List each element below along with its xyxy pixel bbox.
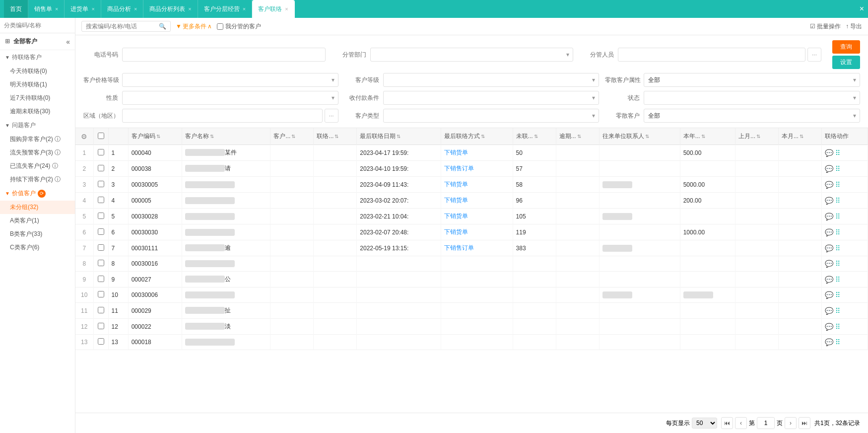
more-action-icon[interactable]: ⠿ bbox=[835, 181, 840, 189]
table-col-last-way[interactable]: 最后联络方式⇅ bbox=[441, 128, 513, 145]
last-contact-way-link[interactable]: 下销售订单 bbox=[444, 244, 474, 251]
contact-icon-btn[interactable]: 💬 bbox=[825, 228, 833, 236]
more-action-icon[interactable]: ⠿ bbox=[835, 323, 840, 331]
prev-page-btn[interactable]: ‹ bbox=[735, 417, 747, 429]
tab-purchase-close[interactable]: × bbox=[91, 6, 94, 12]
sidebar-item-today[interactable]: 今天待联络(0) bbox=[0, 65, 75, 78]
contact-icon-btn[interactable]: 💬 bbox=[825, 291, 833, 299]
row-checkbox[interactable] bbox=[98, 338, 104, 345]
tab-customer-contact-close[interactable]: × bbox=[285, 6, 288, 12]
row-checkbox[interactable] bbox=[98, 276, 104, 282]
table-col-no-contact[interactable]: 未联...⇅ bbox=[513, 128, 556, 145]
table-col-this-year[interactable]: 本年...⇅ bbox=[680, 128, 735, 145]
filter-nature-select[interactable] bbox=[122, 91, 338, 105]
tab-purchase[interactable]: 进货单 × bbox=[65, 0, 101, 18]
export-btn[interactable]: ↑ 导出 bbox=[846, 22, 862, 31]
table-col-code[interactable]: 客户编码⇅ bbox=[128, 128, 182, 145]
sidebar-item-overdue[interactable]: 逾期未联络(30) bbox=[0, 105, 75, 118]
sidebar-item-declining[interactable]: 持续下滑客户(2) ⓘ bbox=[0, 173, 75, 186]
filter-price-level-select[interactable] bbox=[122, 73, 338, 87]
contact-icon-btn[interactable]: 💬 bbox=[825, 244, 833, 252]
contact-icon-btn[interactable]: 💬 bbox=[825, 165, 833, 173]
sidebar-item-tomorrow[interactable]: 明天待联络(1) bbox=[0, 78, 75, 91]
filter-cust-level-select[interactable] bbox=[383, 73, 600, 87]
row-checkbox[interactable] bbox=[98, 291, 104, 297]
contact-icon-btn[interactable]: 💬 bbox=[825, 323, 833, 331]
sidebar-group-pending[interactable]: ▼ 待联络客户 bbox=[0, 50, 75, 65]
tab-product-analysis-close[interactable]: × bbox=[134, 6, 137, 12]
more-action-icon[interactable]: ⠿ bbox=[835, 165, 840, 173]
row-checkbox[interactable] bbox=[98, 181, 104, 187]
table-col-this-month[interactable]: 本月...⇅ bbox=[778, 128, 821, 145]
contact-icon-btn[interactable]: 💬 bbox=[825, 149, 833, 157]
contact-icon-btn[interactable]: 💬 bbox=[825, 197, 833, 205]
my-customers-checkbox[interactable]: 我分管的客户 bbox=[217, 22, 261, 31]
contact-icon-btn[interactable]: 💬 bbox=[825, 213, 833, 220]
sidebar-search-input[interactable] bbox=[4, 22, 75, 29]
row-checkbox[interactable] bbox=[98, 165, 104, 171]
table-col-contact-person[interactable]: 联络...⇅ bbox=[314, 128, 357, 145]
sidebar-item-hoarding[interactable]: 囤购异常客户(2) ⓘ bbox=[0, 133, 75, 146]
next-page-btn[interactable]: › bbox=[785, 417, 797, 429]
filter-phone-input[interactable] bbox=[122, 48, 326, 62]
filter-search-icon[interactable]: 🔍 bbox=[159, 23, 166, 30]
row-checkbox[interactable] bbox=[98, 149, 104, 155]
batch-op-btn[interactable]: ☑ 批量操作 bbox=[810, 22, 841, 31]
page-size-select[interactable]: 50 100 200 bbox=[692, 418, 717, 429]
sidebar-item-ungroup[interactable]: 未分组(32) bbox=[0, 201, 75, 214]
row-checkbox[interactable] bbox=[98, 260, 104, 266]
tab-sales[interactable]: 销售单 × bbox=[28, 0, 65, 18]
last-page-btn[interactable]: ⏭ bbox=[799, 417, 810, 429]
row-checkbox[interactable] bbox=[98, 197, 104, 203]
filter-search-input[interactable] bbox=[86, 23, 157, 30]
table-col-name[interactable]: 客户名称⇅ bbox=[182, 128, 270, 145]
tab-product-list-close[interactable]: × bbox=[188, 6, 191, 12]
more-conditions-btn[interactable]: ▼ 更多条件 ∧ bbox=[176, 22, 212, 31]
last-contact-way-link[interactable]: 下销货单 bbox=[444, 181, 468, 188]
tab-product-list[interactable]: 商品分析列表 × bbox=[143, 0, 198, 18]
more-action-icon[interactable]: ⠿ bbox=[835, 338, 840, 346]
more-action-icon[interactable]: ⠿ bbox=[835, 276, 840, 284]
row-checkbox[interactable] bbox=[98, 213, 104, 219]
sidebar-collapse-icon[interactable]: « bbox=[66, 38, 70, 46]
last-contact-way-link[interactable]: 下销售订单 bbox=[444, 165, 474, 172]
my-customers-check[interactable] bbox=[217, 23, 223, 30]
more-action-icon[interactable]: ⠿ bbox=[835, 307, 840, 315]
last-contact-way-link[interactable]: 下销货单 bbox=[444, 149, 468, 156]
sidebar-group-problem[interactable]: ▼ 问题客户 bbox=[0, 118, 75, 133]
sidebar-item-class-b[interactable]: B类客户(33) bbox=[0, 227, 75, 241]
contact-icon-btn[interactable]: 💬 bbox=[825, 260, 833, 268]
sidebar-item-class-a[interactable]: A类客户(1) bbox=[0, 214, 75, 227]
more-action-icon[interactable]: ⠿ bbox=[835, 197, 840, 205]
sidebar-group-value[interactable]: ▼ 价值客户 ⟳ bbox=[0, 186, 75, 201]
table-col-last-month[interactable]: 上月...⇅ bbox=[735, 128, 779, 145]
tab-home[interactable]: 首页 bbox=[4, 0, 28, 18]
close-all-tabs[interactable]: × bbox=[860, 4, 864, 13]
sidebar-item-churn-warning[interactable]: 流失预警客户(3) ⓘ bbox=[0, 146, 75, 159]
manager-dots-btn[interactable]: ··· bbox=[807, 48, 821, 62]
table-col-unit-contact[interactable]: 往来单位联系人⇅ bbox=[599, 128, 680, 145]
contact-icon-btn[interactable]: 💬 bbox=[825, 307, 833, 315]
more-action-icon[interactable]: ⠿ bbox=[835, 291, 840, 299]
tab-customer-contact[interactable]: 客户联络 × bbox=[252, 0, 294, 18]
sidebar-all-customers[interactable]: ⊞ 全部客户 « bbox=[0, 33, 75, 50]
sidebar-item-churned[interactable]: 已流失客户(24) ⓘ bbox=[0, 159, 75, 173]
first-page-btn[interactable]: ⏮ bbox=[721, 417, 733, 429]
tab-customer-segment[interactable]: 客户分层经营 × bbox=[198, 0, 252, 18]
filter-manager-input[interactable] bbox=[618, 48, 805, 62]
filter-dept-select[interactable] bbox=[370, 48, 574, 62]
last-contact-way-link[interactable]: 下销货单 bbox=[444, 197, 468, 204]
filter-region-input[interactable] bbox=[122, 109, 323, 123]
more-action-icon[interactable]: ⠿ bbox=[835, 228, 840, 236]
more-action-icon[interactable]: ⠿ bbox=[835, 244, 840, 252]
sidebar-item-7days[interactable]: 近7天待联络(0) bbox=[0, 91, 75, 105]
row-checkbox[interactable] bbox=[98, 228, 104, 235]
table-col-type[interactable]: 客户...⇅ bbox=[270, 128, 314, 145]
filter-sparse-attr-select[interactable]: 全部 bbox=[644, 73, 860, 87]
table-col-last-date[interactable]: 最后联络日期⇅ bbox=[357, 128, 441, 145]
query-btn[interactable]: 查询 bbox=[832, 40, 860, 54]
select-all-checkbox[interactable] bbox=[98, 133, 104, 139]
reset-btn[interactable]: 设置 bbox=[832, 56, 860, 69]
row-checkbox[interactable] bbox=[98, 323, 104, 329]
tab-product-analysis[interactable]: 商品分析 × bbox=[101, 0, 143, 18]
